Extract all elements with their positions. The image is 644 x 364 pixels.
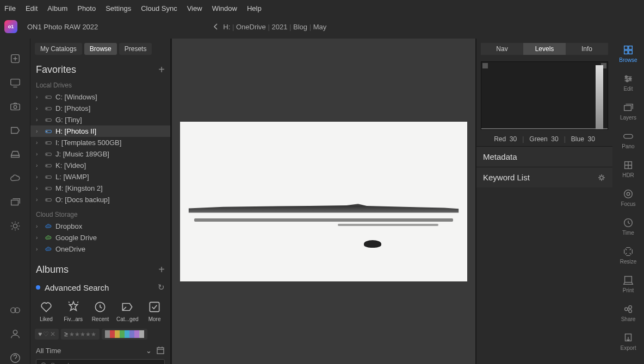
shadow-clip-icon[interactable] [482, 63, 488, 68]
histogram[interactable] [481, 61, 608, 130]
menu-settings[interactable]: Settings [106, 4, 131, 12]
rtool-edit[interactable]: Edit [612, 70, 644, 95]
cloud-icon[interactable] [9, 172, 21, 184]
crumb[interactable]: Blog [293, 23, 307, 31]
chevron-right-icon[interactable]: › [36, 235, 41, 241]
rtool-hdr[interactable]: HDR [612, 156, 644, 181]
tab-info[interactable]: Info [566, 43, 608, 55]
chevron-right-icon[interactable]: › [36, 140, 41, 146]
user-icon[interactable] [9, 328, 21, 340]
rtool-print[interactable]: Print [612, 271, 644, 297]
metadata-section[interactable]: Metadata [476, 146, 612, 167]
add-favorite-icon[interactable]: + [158, 64, 165, 76]
tab-catalogs[interactable]: My Catalogs [35, 43, 82, 55]
menu-edit[interactable]: Edit [26, 4, 38, 12]
image-viewer[interactable] [171, 39, 476, 364]
tag-icon[interactable] [9, 124, 21, 136]
svg-point-18 [47, 131, 47, 131]
rtool-time[interactable]: Time [612, 214, 644, 239]
gear-icon[interactable] [597, 173, 606, 182]
time-filter[interactable]: All Time ⌄ [30, 342, 170, 359]
rtool-browse[interactable]: Browse [612, 41, 644, 66]
drive-item[interactable]: ›M: [Kingston 2] [30, 183, 170, 194]
drive-icon[interactable] [9, 148, 21, 160]
menu-help[interactable]: Help [247, 4, 262, 12]
search-input[interactable]: Search [36, 359, 165, 364]
chevron-right-icon[interactable]: › [36, 174, 41, 180]
chevron-right-icon[interactable]: › [36, 162, 41, 168]
chevron-right-icon[interactable]: › [36, 246, 41, 252]
rtool-layers[interactable]: Layers [612, 98, 644, 124]
drive-item[interactable]: ›J: [Music 189GB] [30, 148, 170, 160]
tab-presets[interactable]: Presets [119, 43, 152, 55]
tab-nav[interactable]: Nav [481, 43, 523, 55]
rtool-focus[interactable]: Focus [612, 185, 644, 210]
add-icon[interactable] [9, 53, 21, 65]
filter-row: ♥♡✕ ≥★★★★★ [30, 327, 170, 342]
album-btn-icon [66, 300, 81, 314]
drive-item[interactable]: ›O: [Docs backup] [30, 194, 170, 205]
crumb[interactable]: 2021 [271, 23, 287, 31]
favorites-header: Favorites + [30, 58, 170, 79]
add-album-icon[interactable]: + [158, 263, 165, 276]
drive-item[interactable]: ›G: [Tiny] [30, 114, 170, 125]
monitor-icon[interactable] [9, 77, 21, 89]
breadcrumb[interactable]: H: | OneDrive | 2021 | Blog | May [212, 23, 326, 31]
album-btn-more[interactable]: More [141, 300, 168, 322]
color-filter[interactable] [102, 329, 147, 340]
rating-filter[interactable]: ≥★★★★★ [61, 329, 100, 340]
cloud-item[interactable]: ›Google Drive [30, 232, 170, 243]
calendar-icon[interactable] [156, 346, 165, 355]
menu-cloud-sync[interactable]: Cloud Sync [141, 4, 177, 12]
drive-item[interactable]: ›H: [Photos II] [30, 125, 170, 137]
rtool-share[interactable]: Share [612, 300, 644, 325]
chevron-right-icon[interactable]: › [36, 223, 41, 229]
chevron-right-icon[interactable]: › [36, 197, 41, 203]
drive-item[interactable]: ›I: [Templates 500GB] [30, 137, 170, 148]
reload-icon[interactable]: ↻ [158, 283, 165, 292]
keyword-section[interactable]: Keyword List [476, 167, 612, 187]
menu-photo[interactable]: Photo [77, 4, 96, 12]
drive-icon [45, 128, 52, 135]
chevron-right-icon[interactable]: › [36, 94, 41, 100]
camera-icon[interactable] [9, 101, 21, 112]
drive-icon [45, 116, 52, 124]
advanced-search[interactable]: Advanced Search ↻ [36, 279, 165, 296]
menu-view[interactable]: View [187, 4, 202, 12]
rtool-resize[interactable]: Resize [612, 242, 644, 268]
chevron-right-icon[interactable]: › [36, 128, 41, 134]
rtool-export[interactable]: Export [612, 329, 644, 354]
tab-levels[interactable]: Levels [523, 43, 566, 55]
drive-item[interactable]: ›K: [Video] [30, 160, 170, 171]
crumb[interactable]: May [313, 23, 327, 31]
chevron-right-icon[interactable]: › [36, 151, 41, 157]
menu-file[interactable]: File [4, 4, 16, 12]
bulb-icon[interactable] [9, 220, 21, 232]
svg-point-3 [14, 105, 17, 109]
drive-icon [45, 93, 52, 101]
chevron-right-icon[interactable]: › [36, 185, 41, 191]
rtool-pano[interactable]: Pano [612, 127, 644, 153]
cloud-item[interactable]: ›OneDrive [30, 243, 170, 255]
crumb[interactable]: OneDrive [236, 23, 266, 31]
tab-browse[interactable]: Browse [84, 43, 117, 55]
drive-item[interactable]: ›C: [Windows] [30, 91, 170, 103]
chevron-down-icon[interactable]: ⌄ [146, 347, 152, 355]
like-filter[interactable]: ♥♡✕ [35, 329, 59, 340]
cloud-item[interactable]: ›Dropbox [30, 221, 170, 232]
adjust-icon[interactable] [9, 304, 21, 316]
drive-item[interactable]: ›L: [WAMP] [30, 171, 170, 183]
chevron-right-icon[interactable]: › [36, 117, 41, 123]
help-icon[interactable] [9, 352, 21, 364]
menu-window[interactable]: Window [212, 4, 237, 12]
album-btn-recent[interactable]: Recent [87, 300, 113, 322]
crumb[interactable]: H: [223, 23, 230, 31]
menu-album[interactable]: Album [47, 4, 67, 12]
stack-icon[interactable] [9, 196, 21, 208]
album-btn-fivars[interactable]: Fiv...ars [60, 300, 86, 322]
back-icon[interactable] [212, 23, 220, 30]
drive-item[interactable]: ›D: [Photos] [30, 103, 170, 114]
album-btn-catged[interactable]: Cat...ged [114, 300, 140, 322]
chevron-right-icon[interactable]: › [36, 105, 41, 111]
album-btn-liked[interactable]: Liked [33, 300, 59, 322]
